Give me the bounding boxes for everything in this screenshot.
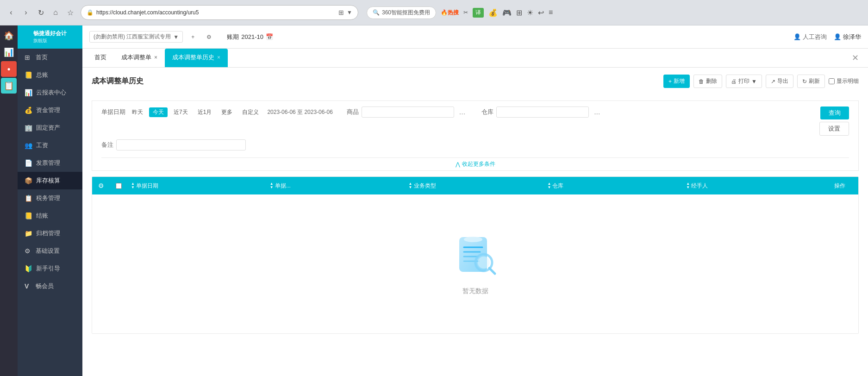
service-button[interactable]: 👤 人工咨询 bbox=[793, 33, 827, 41]
show-cols-label: 显示明细 bbox=[837, 77, 859, 85]
th-actions-label: 操作 bbox=[834, 182, 845, 190]
th-actions: 操作 bbox=[821, 182, 858, 190]
tab-home[interactable]: 首页 bbox=[87, 49, 114, 67]
undo-tool[interactable]: ↩ bbox=[538, 8, 544, 17]
lock-icon: 🔒 bbox=[87, 9, 94, 16]
refresh-button[interactable]: ↻ bbox=[34, 6, 47, 19]
archive-icon: 📁 bbox=[25, 230, 32, 237]
period-value: 2021-10 bbox=[241, 33, 263, 40]
date-opt-custom[interactable]: 自定义 bbox=[238, 107, 262, 117]
refresh-button[interactable]: ↻ 刷新 bbox=[797, 75, 825, 88]
filter-warehouse-field: 仓库 ... bbox=[481, 107, 602, 118]
settings-top-btn[interactable]: ⚙ bbox=[203, 33, 215, 41]
sidebar-label-guide: 新手引导 bbox=[36, 264, 60, 273]
add-company-btn[interactable]: + bbox=[187, 33, 198, 41]
th-checkbox[interactable] bbox=[110, 183, 127, 189]
grid-tool[interactable]: ⊞ bbox=[516, 8, 522, 17]
hot-search[interactable]: 🔥热搜 bbox=[441, 9, 459, 17]
sidebar-item-invoice[interactable]: 📄 发票管理 bbox=[18, 154, 82, 172]
back-button[interactable]: ‹ bbox=[5, 6, 18, 19]
sidebar-item-reports[interactable]: 📊 云报表中心 bbox=[18, 84, 82, 101]
collapse-button[interactable]: ⋀ 收起更多条件 bbox=[101, 157, 849, 170]
sun-tool[interactable]: ☀ bbox=[527, 8, 533, 17]
sidebar-item-close[interactable]: 📒 结账 bbox=[18, 207, 82, 225]
export-button[interactable]: ↗ 导出 bbox=[766, 75, 793, 88]
show-cols-checkbox-input[interactable] bbox=[829, 78, 835, 84]
tabs-bar: 首页 成本调整单 × 成本调整单历史 × ✕ bbox=[82, 49, 868, 68]
query-button[interactable]: 查询 bbox=[820, 107, 849, 119]
game-tool[interactable]: 🎮 bbox=[502, 8, 512, 17]
tab-cost-adjust-history[interactable]: 成本调整单历史 × bbox=[165, 49, 228, 67]
sidebar-item-salary[interactable]: 👥 工资 bbox=[18, 137, 82, 154]
date-opt-today[interactable]: 今天 bbox=[149, 107, 168, 117]
delete-button[interactable]: 🗑 删除 bbox=[693, 75, 722, 88]
th-biz-type[interactable]: ▲▼ 业务类型 bbox=[405, 182, 544, 190]
menu-tool[interactable]: ≡ bbox=[549, 8, 553, 17]
address-bar[interactable]: 🔒 https://cloud.chanjet.com/accounting/u… bbox=[81, 5, 358, 20]
sidebar-item-ledger[interactable]: 📒 总账 bbox=[18, 66, 82, 84]
icon-bar-home[interactable]: 🏠 bbox=[1, 28, 17, 44]
tab-cost-adjust-label: 成本调整单 bbox=[121, 53, 151, 62]
company-dropdown-icon: ▼ bbox=[173, 34, 179, 40]
filter-fields: 单据日期 昨天 今天 近7天 近1月 更多 自定义 2023-06-06 至 2… bbox=[101, 107, 807, 118]
company-name: (勿删勿禁用) 江西服宝测试专用 bbox=[94, 33, 171, 41]
add-button[interactable]: + 新增 bbox=[663, 75, 690, 88]
print-label: 打印 bbox=[738, 77, 749, 85]
sidebar-item-guide[interactable]: 🔰 新手引导 bbox=[18, 260, 82, 277]
sidebar-label-archive: 归档管理 bbox=[36, 229, 60, 238]
date-opt-7days[interactable]: 近7天 bbox=[170, 107, 192, 117]
wallet-tool[interactable]: 💰 bbox=[488, 8, 498, 17]
tab-cost-adjust[interactable]: 成本调整单 × bbox=[114, 49, 165, 67]
icon-bar-red[interactable]: ● bbox=[1, 61, 17, 77]
sidebar-item-funds[interactable]: 💰 资金管理 bbox=[18, 101, 82, 119]
sidebar-item-home[interactable]: ⊞ 首页 bbox=[18, 49, 82, 66]
user-info[interactable]: 👤 徐泽华 bbox=[834, 33, 861, 41]
th-doc-no[interactable]: ▲▼ 单据... bbox=[266, 182, 405, 190]
main-area: (勿删勿禁用) 江西服宝测试专用 ▼ + ⚙ 账期 2021-10 📅 👤 人工… bbox=[82, 25, 868, 376]
sidebar-item-inventory[interactable]: 📦 库存核算 bbox=[18, 172, 82, 189]
filter-settings-button[interactable]: 设置 bbox=[819, 122, 849, 136]
search-bar[interactable]: 🔍 360智能抠图免费用 bbox=[367, 6, 436, 19]
tab-cost-adjust-close[interactable]: × bbox=[154, 54, 157, 61]
page-title: 成本调整单历史 bbox=[92, 76, 144, 86]
tab-home-label: 首页 bbox=[94, 53, 106, 62]
icon-bar-chart[interactable]: 📊 bbox=[1, 44, 17, 60]
sidebar-item-assets[interactable]: 🏢 固定资产 bbox=[18, 119, 82, 137]
forward-button[interactable]: › bbox=[19, 6, 32, 19]
filter-settings-label: 设置 bbox=[828, 125, 840, 132]
product-filter-input[interactable] bbox=[362, 107, 454, 118]
home-button[interactable]: ⌂ bbox=[49, 6, 62, 19]
th-warehouse[interactable]: ▲▼ 仓库 bbox=[543, 182, 682, 190]
show-cols-toggle[interactable]: 显示明细 bbox=[829, 77, 859, 85]
th-settings[interactable]: ⚙ bbox=[92, 182, 110, 189]
date-opt-1month[interactable]: 近1月 bbox=[194, 107, 216, 117]
select-all-checkbox[interactable] bbox=[116, 183, 122, 189]
sidebar-item-vip[interactable]: V 畅会员 bbox=[18, 277, 82, 295]
date-opt-more[interactable]: 更多 bbox=[218, 107, 236, 117]
print-button[interactable]: 🖨 打印 ▼ bbox=[726, 75, 762, 88]
star-button[interactable]: ☆ bbox=[64, 6, 77, 19]
reports-icon: 📊 bbox=[25, 89, 32, 96]
warehouse-filter-input[interactable] bbox=[496, 107, 589, 118]
sidebar-label-assets: 固定资产 bbox=[36, 124, 60, 132]
sidebar-item-tax[interactable]: 📋 税务管理 bbox=[18, 189, 82, 207]
th-date[interactable]: ▲▼ 单据日期 bbox=[127, 182, 266, 190]
warehouse-dots-btn[interactable]: ... bbox=[592, 108, 602, 116]
date-opt-yesterday[interactable]: 昨天 bbox=[128, 107, 147, 117]
translate-tool[interactable]: 译 bbox=[473, 8, 484, 18]
salary-icon: 👥 bbox=[25, 142, 32, 149]
sidebar-item-settings[interactable]: ⚙ 基础设置 bbox=[18, 242, 82, 260]
sidebar-item-archive[interactable]: 📁 归档管理 bbox=[18, 225, 82, 242]
company-select[interactable]: (勿删勿禁用) 江西服宝测试专用 ▼ bbox=[89, 31, 183, 43]
th-handler[interactable]: ▲▼ 经手人 bbox=[682, 182, 821, 190]
icon-bar-active[interactable]: 📋 bbox=[1, 78, 17, 94]
tab-cost-adjust-history-close[interactable]: × bbox=[217, 54, 220, 61]
sidebar-label-reports: 云报表中心 bbox=[36, 88, 66, 97]
browser-tools: 🔍 360智能抠图免费用 🔥热搜 ✂ 译 💰 🎮 ⊞ ☀ ↩ ≡ bbox=[367, 6, 553, 19]
close-all-tabs-btn[interactable]: ✕ bbox=[847, 53, 863, 63]
scissors-tool[interactable]: ✂ bbox=[463, 9, 468, 16]
product-dots-btn[interactable]: ... bbox=[457, 108, 468, 116]
remark-filter-input[interactable] bbox=[116, 139, 246, 150]
assets-icon: 🏢 bbox=[25, 124, 32, 132]
sidebar-label-invoice: 发票管理 bbox=[36, 159, 60, 167]
